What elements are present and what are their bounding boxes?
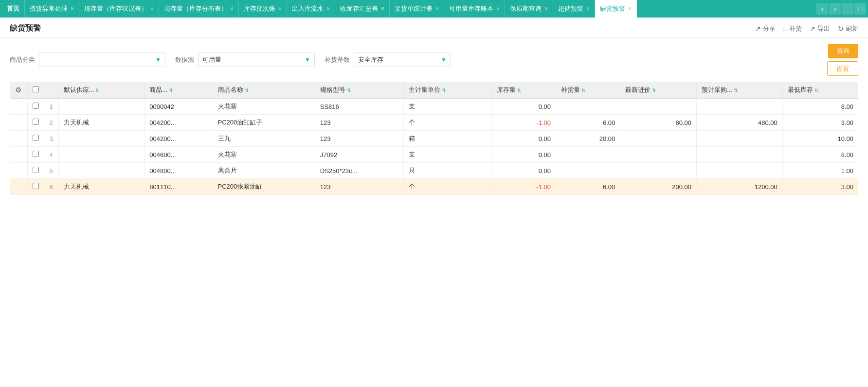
th-latest-price[interactable]: 最新进价 ⇅ <box>620 82 697 99</box>
tab-next-button[interactable]: › <box>829 3 841 15</box>
th-default-supplier[interactable]: 默认供应... ⇅ <box>58 82 145 99</box>
datasource-dropdown-icon: ▼ <box>305 56 310 63</box>
td-checkbox-0[interactable] <box>27 99 44 115</box>
td-checkbox-4[interactable] <box>27 163 44 179</box>
settings-gear-icon[interactable]: ⚙ <box>15 86 21 94</box>
close-overstock-tab[interactable]: × <box>586 5 590 12</box>
tab-inventory-status[interactable]: 现存量（库存状况表） × <box>79 0 159 18</box>
th-settings[interactable]: ⚙ <box>10 82 27 99</box>
th-est-purchase[interactable]: 预计采购... ⇅ <box>696 82 782 99</box>
row-checkbox-1[interactable] <box>33 119 39 125</box>
refresh-button[interactable]: ↻ 刷新 <box>838 24 858 33</box>
th-min-stock-label: 最低库存 <box>788 86 813 94</box>
td-settings-4 <box>10 163 27 179</box>
data-table: ⚙ 默认供应... ⇅ 商品... <box>10 82 858 195</box>
datasource-select-value: 可用量 <box>202 55 221 64</box>
td-product-name-3: 火花塞 <box>213 147 315 163</box>
sort-replenish-qty-icon: ⇅ <box>581 88 585 93</box>
th-spec[interactable]: 规格型号 ⇅ <box>315 82 403 99</box>
tab-maximize-button[interactable]: □ <box>854 3 866 15</box>
settings-button[interactable]: 设置 <box>827 61 858 76</box>
th-unit-label: 主计量单位 <box>409 86 440 94</box>
td-checkbox-5[interactable] <box>27 179 44 195</box>
close-shortage-tab[interactable]: × <box>628 5 632 12</box>
th-product-code-label: 商品... <box>149 86 167 94</box>
close-expiry-query-tab[interactable]: × <box>544 5 548 12</box>
row-checkbox-0[interactable] <box>33 103 39 109</box>
td-latest-price-3 <box>620 147 697 163</box>
row-checkbox-3[interactable] <box>33 151 39 157</box>
th-min-stock[interactable]: 最低库存 ⇅ <box>782 82 858 99</box>
query-button[interactable]: 查询 <box>828 44 858 58</box>
th-unit[interactable]: 主计量单位 ⇅ <box>403 82 491 99</box>
replenish-button[interactable]: □ 补货 <box>783 24 802 33</box>
tab-overstock-warning[interactable]: 超储预警 × <box>553 0 595 18</box>
tab-inventory-dist[interactable]: 现存量（库存分布表） × <box>159 0 239 18</box>
main-content: 缺货预警 ↗ 分享 □ 补货 ↗ 导出 ↻ 刷新 商品分类 <box>0 18 868 387</box>
td-checkbox-2[interactable] <box>27 131 44 147</box>
tab-order-stats[interactable]: 要货单统计表 × <box>390 0 444 18</box>
td-row-num-2: 3 <box>44 131 58 147</box>
th-default-supplier-label: 默认供应... <box>64 86 94 94</box>
td-spec-5: 123 <box>315 179 403 195</box>
td-product-code-2: 004200... <box>145 131 213 147</box>
td-settings-3 <box>10 147 27 163</box>
tab-available-ledger[interactable]: 可用量库存账本 × <box>444 0 505 18</box>
td-settings-5 <box>10 179 27 195</box>
restock-base-label: 补货基数 <box>325 55 350 64</box>
th-replenish-qty[interactable]: 补货量 ⇅ <box>556 82 620 99</box>
close-inout-flow-tab[interactable]: × <box>326 5 330 12</box>
close-batch-account-tab[interactable]: × <box>278 5 282 12</box>
sort-stock-qty-icon: ⇅ <box>517 88 521 93</box>
td-est-purchase-3 <box>696 147 782 163</box>
tab-batch-account[interactable]: 库存批次账 × <box>239 0 287 18</box>
tab-prev-button[interactable]: ‹ <box>816 3 828 15</box>
tab-shortage-warning[interactable]: 缺货预警 × <box>595 0 637 18</box>
td-unit-4: 只 <box>403 163 491 179</box>
td-checkbox-1[interactable] <box>27 115 44 131</box>
tab-inout-flow[interactable]: 出入库流水 × <box>287 0 335 18</box>
td-supplier-2 <box>58 131 145 147</box>
close-recv-summary-tab[interactable]: × <box>381 5 384 12</box>
td-settings-0 <box>10 99 27 115</box>
tab-exception[interactable]: 拣货异常处理 × <box>25 0 79 18</box>
td-product-code-3: 004600... <box>145 147 213 163</box>
th-product-code[interactable]: 商品... ⇅ <box>145 82 213 99</box>
sort-product-name-icon: ⇅ <box>245 88 249 93</box>
th-product-name[interactable]: 商品名称 ⇅ <box>213 82 315 99</box>
category-select[interactable]: ▼ <box>39 53 165 67</box>
tab-recv-summary[interactable]: 收发存汇总表 × <box>335 0 390 18</box>
tab-expiry-query[interactable]: 保质期查询 × <box>505 0 553 18</box>
td-checkbox-3[interactable] <box>27 147 44 163</box>
td-product-name-5: PC200张紧油缸 <box>213 179 315 195</box>
close-inventory-dist-tab[interactable]: × <box>230 5 234 12</box>
close-inventory-status-tab[interactable]: × <box>150 5 154 12</box>
datasource-select[interactable]: 可用量 ▼ <box>198 53 315 67</box>
tab-minimize-button[interactable]: − <box>842 3 853 15</box>
restock-base-select[interactable]: 安全库存 ▼ <box>354 53 451 67</box>
td-row-num-4: 5 <box>44 163 58 179</box>
td-est-purchase-4 <box>696 163 782 179</box>
table-row: 6 力天机械 801110... PC200张紧油缸 123 个 -1.00 6… <box>10 179 858 195</box>
close-available-ledger-tab[interactable]: × <box>496 5 500 12</box>
td-stock-qty-2: 0.00 <box>491 131 556 147</box>
share-button[interactable]: ↗ 分享 <box>755 24 776 33</box>
th-replenish-qty-label: 补货量 <box>561 86 580 94</box>
td-product-code-5: 801110... <box>145 179 213 195</box>
export-button[interactable]: ↗ 导出 <box>810 24 830 33</box>
close-exception-tab[interactable]: × <box>71 5 74 12</box>
table-header-row: ⚙ 默认供应... ⇅ 商品... <box>10 82 858 99</box>
row-checkbox-5[interactable] <box>33 183 39 189</box>
restock-base-filter-group: 补货基数 安全库存 ▼ <box>325 53 451 67</box>
td-unit-1: 个 <box>403 115 491 131</box>
td-latest-price-5: 200.00 <box>620 179 697 195</box>
row-checkbox-2[interactable] <box>33 135 39 141</box>
close-order-stats-tab[interactable]: × <box>435 5 439 12</box>
td-replenish-qty-4 <box>556 163 620 179</box>
th-stock-qty[interactable]: 库存量 ⇅ <box>491 82 556 99</box>
row-checkbox-4[interactable] <box>33 167 39 173</box>
td-row-num-3: 4 <box>44 147 58 163</box>
tab-home[interactable]: 首页 <box>2 0 25 18</box>
select-all-checkbox[interactable] <box>33 86 39 92</box>
tab-nav-buttons: ‹ › − □ <box>816 3 866 15</box>
